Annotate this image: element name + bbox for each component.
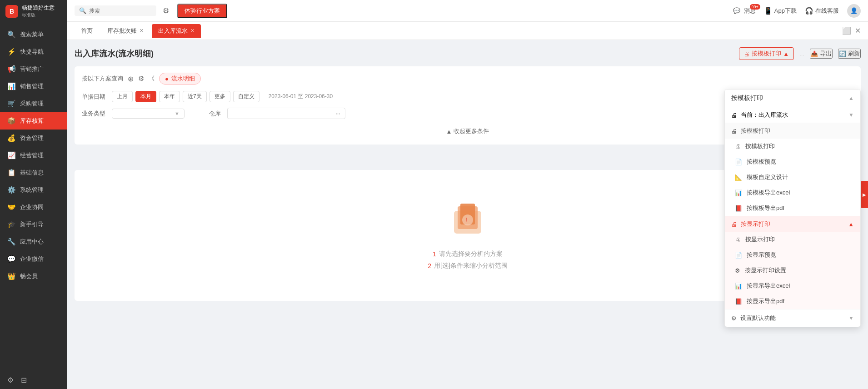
sidebar-item-vip[interactable]: 👑畅会员 <box>0 268 67 285</box>
refresh-button[interactable]: 🔄 刷新 <box>838 49 861 59</box>
tabs-bar: 首页库存批次账✕出入库流水✕⬜✕ <box>67 22 868 40</box>
display-excel-sub[interactable]: 📊 按显示导出excel <box>725 278 860 294</box>
sidebar-logo: B 畅捷通好生意 标准版 <box>0 0 67 23</box>
user-avatar[interactable]: 👤 <box>847 4 861 18</box>
expand-icon: ⬜ <box>842 26 851 35</box>
sidebar-label-marketing: 营销推广 <box>20 65 60 73</box>
current-caret[interactable]: ▼ <box>848 112 854 118</box>
sidebar-item-purchase[interactable]: 🛒采购管理 <box>0 95 67 112</box>
sidebar-item-guide[interactable]: 🎓新手引导 <box>0 216 67 233</box>
filter-gear-icon[interactable]: ⚙ <box>138 75 144 83</box>
t-pdf-icon: 📕 <box>735 205 742 212</box>
display-settings-sub[interactable]: ⚙ 按显示打印设置 <box>725 263 860 278</box>
display-caret: ▲ <box>848 221 854 228</box>
trial-button[interactable]: 体验行业方案 <box>177 4 227 18</box>
dropdown-collapse-icon[interactable]: ▲ <box>848 95 854 101</box>
template-section-header[interactable]: 🖨 按模板打印 <box>725 123 860 139</box>
app-download-label: App下载 <box>774 7 797 15</box>
gear-icon[interactable]: ⚙ <box>163 6 169 15</box>
footer-label: 设置默认功能 <box>740 314 776 322</box>
tab-home[interactable]: 首页 <box>75 24 99 38</box>
t-pdf-label: 按模板导出pdf <box>747 204 784 212</box>
quick-nav-icon: ⚡ <box>7 48 15 56</box>
search-input[interactable] <box>89 8 144 14</box>
footer-label-wrap: ⚙ 设置默认功能 <box>731 314 776 322</box>
operations-icon: 📈 <box>7 151 15 160</box>
sidebar-item-operations[interactable]: 📈经营管理 <box>0 147 67 164</box>
tab-label-home: 首页 <box>81 27 93 35</box>
search-icon: 🔍 <box>79 7 86 14</box>
sidebar-label-search: 搜索菜单 <box>20 30 60 39</box>
tabs-expand[interactable]: ⬜✕ <box>842 26 861 35</box>
export-button[interactable]: 📤 导出 <box>810 49 833 59</box>
logo-sub: 标准版 <box>22 12 55 18</box>
marketing-icon: 📢 <box>7 65 15 73</box>
online-service-button[interactable]: 🎧 在线客服 <box>805 7 839 15</box>
dropdown-footer[interactable]: ⚙ 设置默认功能 ▼ <box>725 309 860 327</box>
filter-collapse-icon[interactable]: 《 <box>149 75 155 83</box>
date-btn-0[interactable]: 上月 <box>112 91 133 102</box>
sidebar-item-app-center[interactable]: 🔧应用中心 <box>0 233 67 250</box>
business-type-select[interactable]: ▼ <box>112 109 185 119</box>
tab-inout-flow[interactable]: 出入库流水✕ <box>152 24 201 38</box>
right-edge-btn[interactable]: ▶ <box>861 181 868 208</box>
template-print-button[interactable]: 🖨 按模板打印 ▲ <box>739 47 794 60</box>
app-download-button[interactable]: 📱 App下载 <box>764 7 797 15</box>
t-excel-label: 按模板导出excel <box>747 189 790 197</box>
wechat-icon: 💬 <box>7 255 15 263</box>
purchase-icon: 🛒 <box>7 100 15 108</box>
display-section-header[interactable]: 🖨 按显示打印 ▲ <box>725 216 860 232</box>
sidebar-item-system[interactable]: ⚙️系统管理 <box>0 181 67 199</box>
sidebar-label-basic-info: 基础信息 <box>20 169 60 177</box>
date-btn-2[interactable]: 本年 <box>159 91 180 102</box>
sidebar-item-quick-nav[interactable]: ⚡快捷导航 <box>0 43 67 60</box>
message-button[interactable]: 💬 99+ 消息 <box>733 7 756 15</box>
sidebar-item-sales[interactable]: 📊销售管理 <box>0 78 67 95</box>
add-filter-icon[interactable]: ⊕ <box>128 75 134 83</box>
template-title-label: 按模板打印 <box>741 127 770 135</box>
sidebar-item-wechat[interactable]: 💬企业微信 <box>0 250 67 268</box>
tab-close-batch-account[interactable]: ✕ <box>140 28 144 34</box>
sidebar-item-inventory[interactable]: 📦库存核算 <box>0 112 67 130</box>
warehouse-more: ··· <box>335 110 340 117</box>
sidebar-item-marketing[interactable]: 📢营销推广 <box>0 60 67 78</box>
template-pdf-sub[interactable]: 📕 按模板导出pdf <box>725 200 860 216</box>
template-custom-sub[interactable]: 📐 模板自定义设计 <box>725 170 860 185</box>
date-btn-3[interactable]: 近7天 <box>183 91 207 102</box>
date-btn-1[interactable]: 本月 <box>135 91 156 102</box>
sidebar-label-app-center: 应用中心 <box>20 238 60 246</box>
download-icon: 📱 <box>764 7 773 15</box>
inventory-icon: 📦 <box>7 117 15 125</box>
display-print-sub[interactable]: 🖨 按显示打印 <box>725 232 860 247</box>
display-pdf-sub[interactable]: 📕 按显示导出pdf <box>725 294 860 309</box>
sidebar-item-search[interactable]: 🔍搜索菜单 <box>0 26 67 43</box>
date-btn-4[interactable]: 更多 <box>210 91 230 102</box>
sidebar-label-system: 系统管理 <box>20 186 60 194</box>
tab-close-inout-flow[interactable]: ✕ <box>190 28 195 34</box>
page-title-bar: 出入库流水(流水明细) 🖨 按模板打印 ▲ ... 📤 导出 🔄 刷新 <box>75 47 861 60</box>
template-preview-sub[interactable]: 📄 按模板预览 <box>725 154 860 170</box>
collapse-icon[interactable]: ⊟ <box>21 376 27 384</box>
d-preview-icon: 📄 <box>735 252 742 259</box>
sidebar-label-sales: 销售管理 <box>20 82 60 90</box>
d-print-icon: 🖨 <box>735 236 741 243</box>
sidebar-label-inventory: 库存核算 <box>20 117 60 125</box>
refresh-label: 刷新 <box>848 50 860 58</box>
filter-title: 按以下方案查询 <box>82 75 123 83</box>
sidebar-item-basic-info[interactable]: 📋基础信息 <box>0 164 67 181</box>
sidebar-label-quick-nav: 快捷导航 <box>20 48 60 56</box>
template-section-title: 🖨 按模板打印 <box>731 127 770 135</box>
logo-icon: B <box>5 5 18 18</box>
display-preview-sub[interactable]: 📄 按显示预览 <box>725 247 860 263</box>
sidebar-item-finance[interactable]: 💰资金管理 <box>0 130 67 147</box>
active-filter-tag[interactable]: ● 流水明细 <box>159 73 201 85</box>
tab-batch-account[interactable]: 库存批次账✕ <box>101 24 150 38</box>
template-excel-sub[interactable]: 📊 按模板导出excel <box>725 185 860 200</box>
search-box[interactable]: 🔍 <box>75 5 156 16</box>
warehouse-select[interactable]: ··· <box>227 108 345 119</box>
headset-icon: 🎧 <box>805 7 813 15</box>
template-print-sub[interactable]: 🖨 按模板打印 <box>725 139 860 154</box>
settings-icon[interactable]: ⚙ <box>7 376 14 384</box>
date-btn-5[interactable]: 自定义 <box>233 91 259 102</box>
sidebar-item-enterprise[interactable]: 🤝企业协同 <box>0 199 67 216</box>
